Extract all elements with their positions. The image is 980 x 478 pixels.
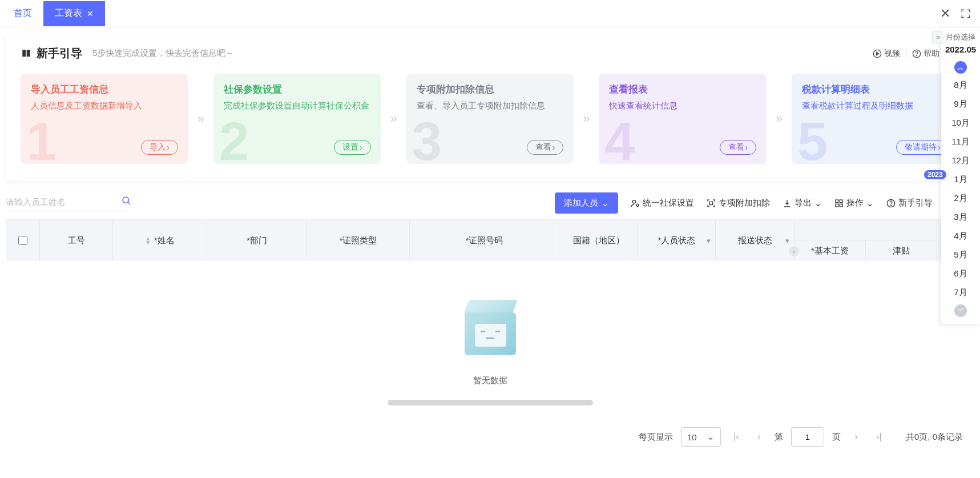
close-panel-icon[interactable]: ✕ — [938, 6, 953, 21]
th-name[interactable]: ▲▼ *姓名 — [113, 220, 207, 261]
column-collapse-icon[interactable]: ‹ — [789, 246, 799, 256]
chevron-right-icon: › — [360, 143, 362, 152]
filter-icon[interactable]: ▾ — [707, 236, 711, 245]
step-card-4: 查看报表 快速查看统计信息 4 查看› — [599, 74, 767, 164]
pager-first-button[interactable]: |‹ — [729, 429, 744, 444]
pager-last-button[interactable]: ›| — [872, 429, 886, 444]
chevron-down-icon: ⌄ — [814, 198, 822, 208]
additional-deduct-button[interactable]: 专项附加扣除 — [707, 198, 770, 208]
step-1-button[interactable]: 导入› — [141, 140, 178, 155]
help-circle-icon — [912, 49, 921, 58]
filter-icon[interactable]: ▾ — [785, 236, 789, 245]
th-basic-salary[interactable]: *基本工资 — [795, 240, 866, 261]
th-nationality[interactable]: 国籍（地区） — [559, 220, 638, 261]
th-submit-status[interactable]: 报送状态 ▾ — [716, 220, 795, 261]
step-card-1: 导入员工工资信息 人员信息及工资数据新增导入 1 导入› — [21, 74, 188, 164]
step-arrow-icon: » — [771, 74, 787, 164]
step-3-button[interactable]: 查看› — [527, 140, 564, 155]
month-item[interactable]: 2月 — [941, 189, 980, 208]
add-person-button[interactable]: 添加人员 ⌄ — [555, 192, 618, 214]
chevron-right-icon: › — [745, 143, 748, 152]
th-jobno[interactable]: 工号 — [40, 220, 113, 261]
fullscreen-icon[interactable] — [958, 6, 973, 21]
month-item[interactable]: 6月 — [941, 264, 980, 283]
month-item[interactable]: 12月 — [941, 151, 980, 170]
step-2-btn-label: 设置 — [342, 142, 358, 152]
table-header: 工号 ▲▼ *姓名 *部门 *证照类型 *证照号码 国籍（地区） *人员状态 ▾… — [6, 220, 974, 261]
tab-home[interactable]: 首页 — [2, 1, 43, 26]
select-all-checkbox[interactable] — [18, 236, 27, 245]
svg-point-14 — [890, 204, 891, 205]
step-2-button[interactable]: 设置› — [334, 140, 371, 155]
tab-home-label: 首页 — [14, 7, 32, 19]
step-1-btn-label: 导入 — [150, 142, 166, 152]
help-link[interactable]: 帮助 — [912, 49, 939, 59]
help-circle-icon — [886, 199, 896, 208]
th-status[interactable]: *人员状态 ▾ — [638, 220, 716, 261]
social-insurance-button[interactable]: 统一社保设置 — [631, 198, 694, 208]
steps-row: 导入员工工资信息 人员信息及工资数据新增导入 1 导入› » 社保参数设置 完成… — [21, 74, 959, 164]
th-checkbox — [6, 220, 40, 261]
empty-text: 暂无数据 — [6, 375, 974, 386]
page-size-select[interactable]: 10 ⌄ — [681, 427, 721, 447]
newbie-guide-button[interactable]: 新手引导 — [886, 198, 933, 208]
month-scroll-down-icon[interactable]: ︾ — [954, 304, 967, 317]
step-4-num: 4 — [604, 114, 635, 168]
svg-rect-10 — [840, 200, 842, 203]
close-icon[interactable]: ✕ — [87, 9, 94, 18]
month-item[interactable]: 8月 — [941, 76, 980, 95]
guide-title: 新手引导 — [21, 46, 82, 61]
step-5-title: 税款计算明细表 — [802, 83, 949, 96]
search-icon[interactable] — [121, 195, 131, 208]
search-input[interactable] — [6, 197, 121, 207]
horizontal-scrollbar[interactable] — [388, 400, 593, 405]
sort-icon[interactable]: ▲▼ — [145, 236, 151, 244]
th-allowance[interactable]: 津贴 — [866, 240, 937, 261]
social-insurance-label: 统一社保设置 — [643, 198, 694, 208]
pager-next-button[interactable]: › — [849, 429, 864, 444]
month-panel-collapse-icon[interactable]: » — [932, 31, 943, 43]
month-scroll-up-icon[interactable]: ︽ — [954, 61, 967, 74]
svg-point-4 — [123, 197, 129, 203]
th-dept[interactable]: *部门 — [207, 220, 307, 261]
chevron-down-icon: ⌄ — [602, 198, 609, 208]
export-label: 导出 — [795, 198, 812, 208]
export-button[interactable]: 导出 ⌄ — [783, 198, 822, 208]
guide-subtitle: 5步快速完成设置，快去完善信息吧～ — [92, 48, 234, 59]
month-item[interactable]: 7月 — [941, 283, 980, 302]
th-salary-group-bottom: *基本工资 津贴 — [795, 240, 937, 261]
chevron-down-icon: ⌄ — [707, 432, 715, 442]
main-content: 新手引导 5步快速完成设置，快去完善信息吧～ 视频 帮助 ✕ 导入员工工资信息 … — [0, 27, 980, 452]
month-item[interactable]: 1月 — [941, 170, 980, 189]
month-item[interactable]: 5月 — [941, 246, 980, 264]
step-3-btn-label: 查看 — [535, 142, 551, 152]
step-4-button[interactable]: 查看› — [720, 140, 757, 155]
video-link[interactable]: 视频 — [873, 49, 900, 59]
month-panel: » 月份选择 2022.05 ︽ 8月 9月 10月 11月 12月 2023 … — [941, 27, 980, 324]
th-salary-group: ‹ *基本工资 津贴 — [795, 220, 937, 261]
month-item[interactable]: 11月 — [941, 132, 980, 151]
month-item[interactable]: 4月 — [941, 227, 980, 246]
video-link-label: 视频 — [884, 49, 900, 59]
empty-illustration — [453, 290, 527, 364]
add-person-label: 添加人员 — [564, 198, 598, 208]
tab-salary-label: 工资表 — [55, 7, 82, 19]
guide-header: 新手引导 5步快速完成设置，快去完善信息吧～ 视频 帮助 ✕ — [21, 46, 959, 61]
month-item[interactable]: 3月 — [941, 208, 980, 227]
per-page-label: 每页显示 — [639, 432, 673, 443]
operation-label: 操作 — [846, 198, 864, 208]
tab-salary[interactable]: 工资表 ✕ — [43, 1, 105, 26]
th-idno[interactable]: *证照号码 — [410, 220, 559, 261]
newbie-guide-label: 新手引导 — [898, 198, 933, 208]
grid-icon — [834, 199, 844, 208]
operation-button[interactable]: 操作 ⌄ — [834, 198, 874, 208]
chevron-down-icon: ⌄ — [866, 198, 874, 208]
book-icon — [21, 49, 32, 59]
month-item[interactable]: 10月 — [941, 114, 980, 132]
pager-prev-button[interactable]: ‹ — [752, 429, 767, 444]
page-number-input[interactable] — [791, 427, 824, 447]
th-idtype[interactable]: *证照类型 — [307, 220, 410, 261]
svg-marker-1 — [877, 52, 879, 55]
month-item[interactable]: 9月 — [941, 95, 980, 114]
top-right-icons: ✕ — [938, 6, 980, 21]
